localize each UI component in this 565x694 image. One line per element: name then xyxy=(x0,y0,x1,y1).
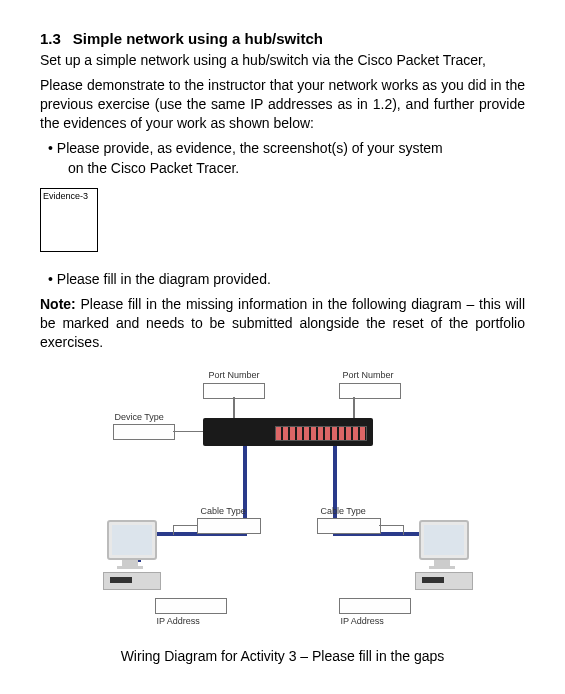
pc-right-icon xyxy=(405,520,485,590)
label-cable-type-left: Cable Type xyxy=(201,506,246,516)
fill-cable-type-left[interactable] xyxy=(197,518,261,534)
label-ip-address-left: IP Address xyxy=(157,616,200,626)
fill-port-number-right[interactable] xyxy=(339,383,401,399)
note-text: Please fill in the missing information i… xyxy=(40,296,525,350)
fill-ip-address-right[interactable] xyxy=(339,598,411,614)
label-port-number-right: Port Number xyxy=(343,370,394,380)
intro-para-1: Set up a simple network using a hub/swit… xyxy=(40,51,525,70)
evidence-label: Evidence-3 xyxy=(43,191,88,201)
switch-device-icon xyxy=(203,418,373,446)
label-device-type: Device Type xyxy=(115,412,164,422)
fill-ip-address-left[interactable] xyxy=(155,598,227,614)
switch-ports-icon xyxy=(275,426,367,441)
note-label: Note: xyxy=(40,296,76,312)
pc-left-icon xyxy=(93,520,173,590)
bullet-diagram: Please fill in the diagram provided. xyxy=(40,270,525,289)
section-heading: 1.3Simple network using a hub/switch xyxy=(40,30,525,47)
bullet-evidence-cont: on the Cisco Packet Tracer. xyxy=(40,159,525,178)
wiring-diagram: Port Number Port Number Device Type Cabl… xyxy=(53,370,513,640)
intro-para-2: Please demonstrate to the instructor tha… xyxy=(40,76,525,133)
fill-device-type[interactable] xyxy=(113,424,175,440)
diagram-caption: Wiring Diagram for Activity 3 – Please f… xyxy=(40,648,525,664)
note-para: Note: Please fill in the missing informa… xyxy=(40,295,525,352)
bullet-evidence: Please provide, as evidence, the screens… xyxy=(40,139,525,158)
heading-number: 1.3 xyxy=(40,30,61,47)
evidence-placeholder-box: Evidence-3 xyxy=(40,188,98,252)
label-port-number-left: Port Number xyxy=(209,370,260,380)
heading-title: Simple network using a hub/switch xyxy=(73,30,323,47)
fill-cable-type-right[interactable] xyxy=(317,518,381,534)
label-ip-address-right: IP Address xyxy=(341,616,384,626)
label-cable-type-right: Cable Type xyxy=(321,506,366,516)
